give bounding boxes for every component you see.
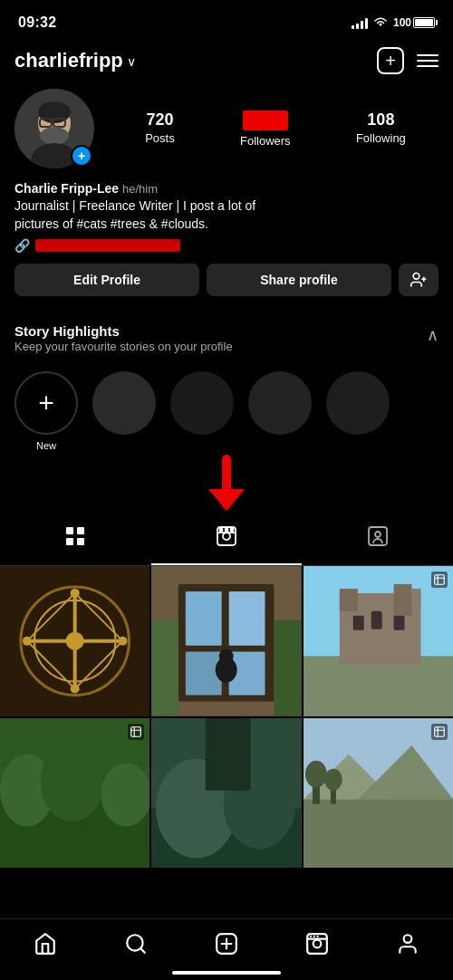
create-icon	[215, 932, 238, 958]
tab-tagged[interactable]	[302, 514, 453, 565]
svg-point-18	[220, 529, 223, 532]
display-name: Charlie Fripp-Lee he/him	[14, 181, 439, 196]
svg-point-30	[66, 632, 84, 650]
svg-rect-48	[371, 611, 381, 629]
bio-text: Journalist | Freelance Writer | I post a…	[14, 197, 439, 233]
svg-rect-71	[435, 726, 445, 736]
search-icon	[124, 932, 148, 958]
svg-point-78	[313, 940, 322, 948]
tab-reels[interactable]	[151, 514, 303, 565]
add-content-button[interactable]: +	[377, 47, 404, 74]
add-user-icon	[410, 271, 428, 289]
highlight-new-circle: +	[14, 371, 78, 435]
svg-point-80	[310, 936, 312, 937]
top-nav: charliefripp ∨ +	[0, 40, 453, 83]
avatar-container[interactable]: +	[14, 89, 94, 168]
highlight-item-2[interactable]	[170, 371, 234, 451]
grid-icon	[64, 525, 86, 552]
svg-point-29	[118, 637, 127, 646]
tab-grid[interactable]	[0, 514, 151, 565]
multi-photo-icon-6	[431, 724, 448, 740]
svg-rect-62	[206, 718, 251, 791]
photo-cell-6[interactable]	[304, 718, 453, 868]
home-indicator	[172, 971, 281, 975]
tagged-icon	[367, 525, 389, 552]
photo-cell-5[interactable]	[151, 718, 301, 868]
edit-profile-button[interactable]: Edit Profile	[14, 264, 199, 296]
svg-point-8	[413, 274, 419, 280]
svg-rect-45	[393, 584, 411, 616]
svg-point-19	[226, 529, 228, 532]
svg-rect-46	[411, 589, 420, 607]
svg-point-38	[219, 649, 234, 664]
link-bar	[35, 239, 180, 252]
svg-point-27	[71, 685, 80, 694]
nav-icons: +	[377, 47, 439, 74]
svg-rect-34	[229, 591, 265, 646]
status-bar: 09:32 100	[0, 0, 453, 40]
nav-reels-button[interactable]	[298, 928, 336, 962]
battery-icon	[413, 17, 435, 28]
following-stat[interactable]: 108 Following	[356, 110, 406, 148]
add-user-button[interactable]	[399, 264, 439, 296]
nav-create-button[interactable]	[207, 928, 246, 962]
battery-indicator: 100	[393, 16, 435, 29]
svg-point-26	[71, 589, 80, 598]
share-profile-button[interactable]: Share profile	[207, 264, 391, 296]
posts-stat[interactable]: 720 Posts	[145, 110, 175, 148]
multi-photo-icon-3	[431, 572, 448, 588]
nav-search-button[interactable]	[117, 928, 155, 962]
svg-rect-50	[435, 575, 445, 585]
svg-point-22	[375, 532, 381, 537]
posts-count: 720	[146, 110, 173, 130]
menu-button[interactable]	[417, 54, 439, 67]
highlight-new-item[interactable]: + New	[14, 371, 78, 451]
svg-rect-40	[275, 620, 302, 716]
profile-nav-icon	[396, 932, 419, 958]
highlights-title: Story Highlights	[14, 323, 233, 339]
photo-cell-3[interactable]	[304, 566, 453, 716]
multi-photo-icon-4	[128, 724, 144, 740]
svg-rect-12	[77, 527, 84, 534]
nav-profile-button[interactable]	[389, 928, 427, 962]
photo-grid	[0, 566, 453, 868]
svg-rect-39	[151, 620, 178, 716]
link-row[interactable]: 🔗	[14, 238, 439, 253]
highlights-header: Story Highlights Keep your favourite sto…	[14, 323, 439, 355]
followers-stat[interactable]: Followers	[240, 110, 291, 148]
svg-point-70	[324, 768, 342, 790]
home-icon	[34, 932, 57, 958]
svg-rect-57	[131, 726, 141, 736]
highlight-item-3[interactable]	[248, 371, 312, 451]
status-time: 09:32	[18, 14, 56, 31]
add-square-icon: +	[377, 47, 404, 74]
nav-home-button[interactable]	[26, 928, 64, 962]
pronouns: he/him	[122, 182, 158, 196]
photo-cell-4[interactable]	[0, 718, 149, 868]
svg-rect-44	[339, 589, 357, 611]
hamburger-icon	[417, 54, 439, 67]
svg-rect-66	[304, 799, 453, 868]
profile-header: + 720 Posts Followers 108 Following	[14, 89, 439, 168]
profile-section: + 720 Posts Followers 108 Following Char…	[0, 83, 453, 323]
highlight-item-1[interactable]	[92, 371, 156, 451]
svg-point-16	[223, 533, 230, 540]
highlights-collapse-icon[interactable]: ∧	[427, 325, 439, 345]
photo-cell-2[interactable]	[151, 566, 301, 716]
svg-rect-11	[66, 527, 73, 534]
username-row[interactable]: charliefripp ∨	[14, 49, 136, 72]
photo-cell-1[interactable]	[0, 566, 149, 716]
highlight-new-label: New	[36, 440, 56, 451]
highlight-item-4[interactable]	[326, 371, 390, 451]
avatar-add-button[interactable]: +	[71, 145, 92, 167]
username-text: charliefripp	[14, 49, 123, 72]
posts-label: Posts	[145, 131, 175, 145]
highlights-row: + New	[0, 362, 453, 464]
svg-rect-21	[369, 527, 387, 545]
svg-line-73	[140, 948, 145, 953]
stats-row: 720 Posts Followers 108 Following	[112, 110, 439, 148]
following-label: Following	[356, 131, 406, 145]
chevron-down-icon: ∨	[127, 54, 136, 69]
status-icons: 100	[352, 16, 435, 30]
tabs-row	[0, 514, 453, 566]
